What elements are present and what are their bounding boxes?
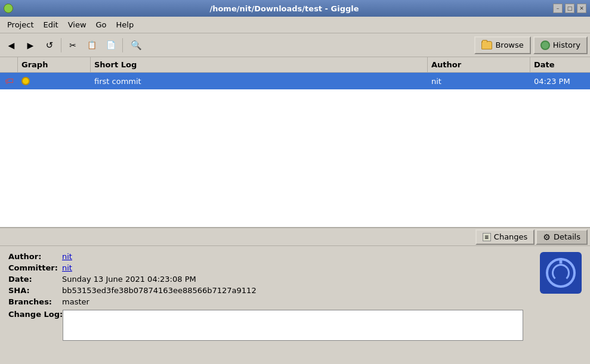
author-label: Author: bbox=[8, 252, 62, 261]
row-shortlog: first commit bbox=[91, 77, 428, 86]
committer-row: Committer: nit bbox=[8, 263, 523, 272]
menu-go[interactable]: Go bbox=[91, 18, 112, 31]
bottom-panel: ≣ Changes ⚙ Details Author: nit Committe… bbox=[0, 227, 590, 364]
tab-changes-label: Changes bbox=[494, 232, 528, 241]
date-row: Date: Sunday 13 June 2021 04:23:08 PM bbox=[8, 275, 523, 284]
sha-row: SHA: bb53153ed3fe38b07874163ee88566b7127… bbox=[8, 286, 523, 295]
commit-details: Author: nit Committer: nit Date: Sunday … bbox=[0, 246, 590, 364]
history-label: History bbox=[553, 41, 580, 49]
menubar: Project Edit View Go Help bbox=[0, 17, 590, 33]
titlebar-controls[interactable]: – □ ✕ bbox=[553, 4, 586, 13]
col-date-header: Date bbox=[530, 57, 590, 72]
refresh-icon: ↺ bbox=[46, 40, 54, 51]
changelog-row: Change Log: bbox=[8, 310, 523, 341]
col-author-header: Author bbox=[428, 57, 530, 72]
toolbar: ◀ ▶ ↺ ✂ 📋 📄 🔍 Browse History bbox=[0, 33, 590, 57]
sha-value: bb53153ed3fe38b07874163ee88566b7127a9112 bbox=[62, 286, 257, 295]
browse-button[interactable]: Browse bbox=[474, 36, 530, 54]
toolbar-right: Browse History bbox=[474, 36, 588, 54]
minimize-button[interactable]: – bbox=[553, 4, 563, 13]
branches-value: master bbox=[62, 297, 89, 306]
commit-info: Author: nit Committer: nit Date: Sunday … bbox=[0, 246, 532, 364]
main-content: Graph Short Log Author Date 🏷 first comm… bbox=[0, 57, 590, 227]
refresh-button[interactable]: ↺ bbox=[41, 36, 58, 54]
tab-changes[interactable]: ≣ Changes bbox=[475, 229, 535, 245]
author-row: Author: nit bbox=[8, 252, 523, 261]
search-icon: 🔍 bbox=[131, 40, 142, 51]
power-inner bbox=[552, 264, 570, 282]
sha-label: SHA: bbox=[8, 286, 62, 295]
row-author: nit bbox=[428, 77, 530, 86]
row-date: 04:23 PM bbox=[530, 77, 590, 86]
power-icon bbox=[546, 258, 576, 288]
toolbar-sep-2 bbox=[122, 38, 123, 52]
menu-view[interactable]: View bbox=[63, 18, 91, 31]
app-icon bbox=[4, 4, 13, 13]
search-button[interactable]: 🔍 bbox=[125, 36, 147, 54]
paste-icon: 📄 bbox=[106, 41, 116, 49]
cut-button[interactable]: ✂ bbox=[64, 36, 82, 54]
copy-icon: 📋 bbox=[87, 41, 97, 49]
back-icon: ◀ bbox=[8, 41, 15, 50]
history-button[interactable]: History bbox=[533, 36, 588, 54]
back-button[interactable]: ◀ bbox=[2, 36, 20, 54]
close-button[interactable]: ✕ bbox=[577, 4, 586, 13]
window-title: /home/nit/Downloads/test - Giggle bbox=[16, 4, 553, 13]
changelog-label: Change Log: bbox=[8, 310, 63, 319]
copy-button[interactable]: 📋 bbox=[83, 36, 101, 54]
table-header: Graph Short Log Author Date bbox=[0, 57, 590, 73]
committer-label: Committer: bbox=[8, 263, 62, 272]
col-graph-header: Graph bbox=[18, 57, 91, 72]
titlebar-left bbox=[4, 4, 16, 13]
paste-button[interactable]: 📄 bbox=[102, 36, 120, 54]
titlebar: /home/nit/Downloads/test - Giggle – □ ✕ bbox=[0, 0, 590, 17]
table-row[interactable]: 🏷 first commit nit 04:23 PM bbox=[0, 73, 590, 89]
table-body: 🏷 first commit nit 04:23 PM bbox=[0, 73, 590, 227]
commit-tag-icon: 🏷 bbox=[5, 76, 14, 86]
row-commit-icon: 🏷 bbox=[0, 76, 18, 86]
cut-icon: ✂ bbox=[69, 41, 76, 50]
maximize-button[interactable]: □ bbox=[565, 4, 574, 13]
date-value: Sunday 13 June 2021 04:23:08 PM bbox=[62, 275, 196, 284]
graph-dot bbox=[21, 77, 30, 85]
clock-icon bbox=[540, 41, 550, 50]
toolbar-sep-1 bbox=[61, 38, 61, 52]
changes-icon: ≣ bbox=[483, 233, 491, 241]
tab-details-label: Details bbox=[554, 232, 580, 241]
menu-help[interactable]: Help bbox=[112, 18, 139, 31]
forward-icon: ▶ bbox=[27, 41, 34, 50]
browse-label: Browse bbox=[495, 41, 523, 49]
menu-project[interactable]: Project bbox=[2, 18, 38, 31]
committer-value[interactable]: nit bbox=[62, 263, 72, 272]
commit-avatar bbox=[540, 252, 582, 294]
gear-icon: ⚙ bbox=[543, 232, 551, 242]
folder-icon bbox=[481, 41, 492, 49]
row-graph bbox=[18, 77, 91, 85]
tab-details[interactable]: ⚙ Details bbox=[536, 229, 588, 245]
changelog-input[interactable] bbox=[63, 310, 523, 341]
date-label: Date: bbox=[8, 275, 62, 284]
author-value[interactable]: nit bbox=[62, 252, 72, 261]
bottom-tabs: ≣ Changes ⚙ Details bbox=[0, 228, 590, 246]
col-shortlog-header: Short Log bbox=[91, 57, 428, 72]
branches-row: Branches: master bbox=[8, 297, 523, 306]
branches-label: Branches: bbox=[8, 297, 62, 306]
forward-button[interactable]: ▶ bbox=[21, 36, 39, 54]
col-icon-header bbox=[0, 57, 18, 72]
menu-edit[interactable]: Edit bbox=[38, 18, 63, 31]
